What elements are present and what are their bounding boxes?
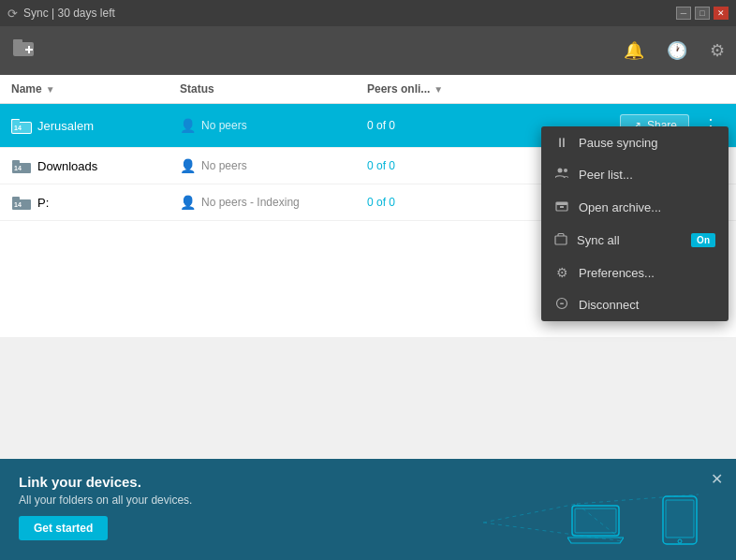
menu-pause-syncing[interactable]: ⏸ Pause syncing <box>541 126 729 158</box>
disconnect-label: Disconnect <box>579 298 639 312</box>
peer-list-icon <box>554 167 569 183</box>
open-archive-label: Open archive... <box>579 200 661 214</box>
svg-rect-31 <box>575 508 616 533</box>
tablet-icon <box>661 494 699 546</box>
toolbar: 🔔 🕐 ⚙ <box>0 26 736 75</box>
svg-rect-10 <box>12 160 20 164</box>
jerusalem-label: Jerusalem <box>37 119 94 133</box>
no-peers-icon: 👤 <box>180 118 196 133</box>
col-header-status: Status <box>180 82 367 96</box>
settings-icon[interactable]: ⚙ <box>710 40 725 61</box>
no-peers-icon: 👤 <box>180 158 196 173</box>
add-folder-icon[interactable] <box>11 36 36 66</box>
svg-rect-33 <box>666 500 694 538</box>
archive-icon <box>554 199 569 215</box>
jerusalem-status: 👤 No peers <box>180 118 367 133</box>
svg-point-16 <box>564 169 567 172</box>
menu-disconnect[interactable]: Disconnect <box>541 288 729 321</box>
svg-text:14: 14 <box>14 125 22 131</box>
svg-rect-13 <box>12 197 20 200</box>
pause-icon: ⏸ <box>554 135 569 150</box>
menu-open-archive[interactable]: Open archive... <box>541 191 729 224</box>
p-status: 👤 No peers - Indexing <box>180 195 367 210</box>
row-name-downloads: 14 Downloads <box>11 157 180 174</box>
menu-preferences[interactable]: ⚙ Preferences... <box>541 257 729 288</box>
downloads-label: Downloads <box>37 159 97 173</box>
table-header: Name ▼ Status Peers onli... ▼ <box>0 75 736 104</box>
history-icon[interactable]: 🕐 <box>667 40 687 61</box>
context-menu: ⏸ Pause syncing Peer list... Open archiv… <box>541 126 729 321</box>
sync-all-toggle[interactable]: On <box>691 233 715 247</box>
col-header-peers[interactable]: Peers onli... ▼ <box>367 82 725 96</box>
svg-text:14: 14 <box>14 201 22 208</box>
folder-icon: 14 <box>11 117 32 134</box>
minimize-button[interactable]: ─ <box>676 7 691 20</box>
banner-subtitle: All your folders on all your devices. <box>19 494 192 507</box>
window-title: Sync | 30 days left <box>23 7 115 20</box>
banner-title: Link your devices. <box>19 474 192 490</box>
notification-icon[interactable]: 🔔 <box>624 40 644 61</box>
peer-list-label: Peer list... <box>579 168 633 182</box>
peers-sort-icon: ▼ <box>434 84 443 95</box>
no-peers-icon: 👤 <box>180 195 196 210</box>
name-sort-icon: ▼ <box>46 84 55 95</box>
svg-text:14: 14 <box>14 165 22 171</box>
svg-rect-20 <box>555 236 567 244</box>
pause-label: Pause syncing <box>579 136 658 150</box>
svg-rect-18 <box>556 202 567 205</box>
toolbar-left <box>11 36 36 66</box>
svg-rect-1 <box>13 39 22 44</box>
svg-rect-23 <box>560 303 564 305</box>
preferences-label: Preferences... <box>579 266 655 280</box>
preferences-icon: ⚙ <box>554 265 569 280</box>
sync-all-label: Sync all <box>577 233 620 247</box>
title-bar: ⟳ Sync | 30 days left ─ □ ✕ <box>0 0 736 26</box>
close-button[interactable]: ✕ <box>714 7 729 20</box>
toolbar-right: 🔔 🕐 ⚙ <box>624 40 725 61</box>
svg-rect-19 <box>560 206 564 208</box>
title-bar-controls: ─ □ ✕ <box>676 7 729 20</box>
sync-all-icon <box>554 232 567 248</box>
app-icon: ⟳ <box>7 7 18 21</box>
laptop-icon <box>567 504 624 546</box>
banner-text: Link your devices. All your folders on a… <box>19 474 192 540</box>
sync-all-left: Sync all <box>554 232 620 248</box>
title-bar-left: ⟳ Sync | 30 days left <box>7 7 115 21</box>
get-started-button[interactable]: Get started <box>19 516 108 540</box>
menu-peer-list[interactable]: Peer list... <box>541 158 729 191</box>
link-devices-banner: Link your devices. All your folders on a… <box>0 459 736 560</box>
col-status-label: Status <box>180 82 214 96</box>
col-header-name[interactable]: Name ▼ <box>11 82 180 96</box>
svg-line-26 <box>483 504 577 523</box>
col-peers-label: Peers onli... <box>367 82 430 96</box>
col-name-label: Name <box>11 82 42 96</box>
disconnect-icon <box>554 297 569 313</box>
svg-point-34 <box>678 539 682 543</box>
folder-icon: 14 <box>11 194 32 211</box>
svg-rect-7 <box>12 120 20 124</box>
maximize-button[interactable]: □ <box>695 7 710 20</box>
downloads-status: 👤 No peers <box>180 158 367 173</box>
row-name-p: 14 P: <box>11 194 180 211</box>
p-label: P: <box>37 196 49 210</box>
svg-point-15 <box>558 169 563 173</box>
row-name-jerusalem: 14 Jerusalem <box>11 117 180 134</box>
folder-icon: 14 <box>11 157 32 174</box>
menu-sync-all[interactable]: Sync all On <box>541 224 729 257</box>
